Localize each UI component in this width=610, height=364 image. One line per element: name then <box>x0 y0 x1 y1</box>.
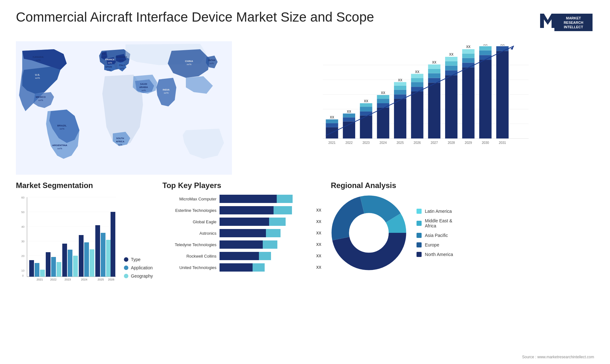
regional-analysis-section: Regional Analysis <box>331 181 594 302</box>
svg-text:XX: XX <box>500 44 505 46</box>
bar-dark <box>220 206 274 214</box>
svg-rect-87 <box>445 75 458 138</box>
bar-light <box>266 229 281 237</box>
application-label: Application <box>131 265 153 270</box>
latin-america-label: Latin America <box>425 209 452 214</box>
geography-label: Geography <box>131 273 153 279</box>
svg-rect-80 <box>428 83 440 138</box>
bar-light <box>259 252 271 260</box>
player-row: Global Eagle XX <box>162 218 321 226</box>
player-row: Rockwell Collins XX <box>162 252 321 260</box>
player-name: United Technologies <box>162 265 216 270</box>
player-value: XX <box>316 231 321 235</box>
north-america-color <box>417 252 422 257</box>
svg-text:SAUDI: SAUDI <box>140 83 147 85</box>
seg-chart-area: 60 50 40 30 20 10 0 <box>16 195 153 285</box>
svg-rect-140 <box>79 235 84 277</box>
svg-rect-51 <box>343 113 355 117</box>
company-logo: MARKET RESEARCH INTELLECT <box>537 10 594 34</box>
world-map-container: CANADA xx% U.S. xx% MEXICO xx% BRAZIL xx… <box>16 41 232 175</box>
svg-text:U.S.: U.S. <box>35 73 40 76</box>
svg-rect-60 <box>377 108 389 138</box>
svg-text:20: 20 <box>21 254 24 258</box>
svg-rect-50 <box>343 117 355 121</box>
player-name: MicroMax Computer <box>162 197 216 201</box>
bar-chart-svg: XX 2021 XX 2022 XX 2023 <box>264 44 588 162</box>
svg-text:2021: 2021 <box>37 278 43 281</box>
svg-text:2023: 2023 <box>363 141 370 145</box>
legend-middle-east: Middle East &Africa <box>417 218 453 228</box>
player-bar <box>220 252 271 260</box>
player-bar <box>220 195 293 203</box>
svg-text:XX: XX <box>398 78 403 82</box>
svg-text:2031: 2031 <box>499 141 506 145</box>
svg-rect-134 <box>57 262 61 277</box>
svg-text:xx%: xx% <box>102 56 106 58</box>
svg-text:xx%: xx% <box>164 91 168 94</box>
asia-pacific-color <box>417 233 422 238</box>
svg-rect-84 <box>428 64 440 69</box>
svg-rect-130 <box>40 270 45 277</box>
svg-rect-97 <box>462 54 475 58</box>
svg-rect-128 <box>29 260 34 277</box>
svg-text:INTELLECT: INTELLECT <box>564 25 583 29</box>
svg-rect-96 <box>462 58 475 63</box>
svg-text:SOUTH: SOUTH <box>116 137 124 139</box>
svg-text:xx%: xx% <box>118 144 122 146</box>
type-dot <box>124 257 128 262</box>
bar-dark <box>220 263 253 272</box>
svg-text:2023: 2023 <box>64 278 71 281</box>
svg-text:XX: XX <box>432 61 437 64</box>
svg-text:2028: 2028 <box>448 141 455 145</box>
bar-chart-container: XX 2021 XX 2022 XX 2023 <box>238 41 594 175</box>
player-name: Astronics <box>162 231 216 236</box>
svg-text:2030: 2030 <box>482 141 489 145</box>
type-label: Type <box>131 257 140 262</box>
svg-point-155 <box>350 214 388 252</box>
svg-text:XX: XX <box>466 45 471 49</box>
key-players-section: Top Key Players MicroMax Computer Esterl… <box>162 181 321 302</box>
svg-rect-145 <box>101 233 105 277</box>
bar-light <box>269 218 286 226</box>
svg-rect-141 <box>84 242 89 277</box>
svg-rect-98 <box>462 49 475 54</box>
svg-text:XX: XX <box>415 70 419 74</box>
svg-text:xx%: xx% <box>35 77 40 79</box>
logo-container: MARKET RESEARCH INTELLECT <box>537 10 594 35</box>
legend-application: Application <box>124 265 153 270</box>
legend-asia-pacific: Asia Pacific <box>417 233 453 238</box>
svg-rect-56 <box>360 107 372 111</box>
svg-text:2022: 2022 <box>50 278 57 281</box>
world-map-svg: CANADA xx% U.S. xx% MEXICO xx% BRAZIL xx… <box>16 41 232 175</box>
player-bar-wrapper <box>220 218 310 226</box>
svg-rect-70 <box>394 82 406 85</box>
svg-text:xx%: xx% <box>119 59 123 61</box>
svg-rect-144 <box>95 225 100 277</box>
svg-text:2027: 2027 <box>431 141 438 145</box>
svg-text:0: 0 <box>22 274 24 277</box>
donut-container: Latin America Middle East &Africa Asia P… <box>331 195 594 271</box>
svg-text:ARGENTINA: ARGENTINA <box>52 144 67 147</box>
player-bar <box>220 206 292 214</box>
svg-text:MARKET: MARKET <box>566 16 581 20</box>
svg-text:GERMANY: GERMANY <box>116 56 127 58</box>
bar-dark <box>220 218 269 226</box>
svg-text:U.K.: U.K. <box>102 53 106 55</box>
player-row: United Technologies XX <box>162 263 321 272</box>
svg-text:FRANCE: FRANCE <box>105 58 114 61</box>
player-name: Global Eagle <box>162 219 216 224</box>
svg-text:xx%: xx% <box>106 69 111 71</box>
svg-rect-132 <box>46 252 51 277</box>
svg-rect-77 <box>411 74 424 78</box>
legend-latin-america: Latin America <box>417 209 453 214</box>
svg-rect-69 <box>394 86 406 90</box>
svg-rect-94 <box>462 67 475 138</box>
svg-text:2026: 2026 <box>108 278 114 281</box>
legend-type: Type <box>124 257 153 262</box>
player-bar-wrapper <box>220 240 310 249</box>
svg-rect-83 <box>428 69 440 73</box>
svg-text:xx%: xx% <box>209 62 214 64</box>
svg-text:2022: 2022 <box>345 141 353 145</box>
top-content: CANADA xx% U.S. xx% MEXICO xx% BRAZIL xx… <box>16 41 594 175</box>
svg-rect-73 <box>411 91 424 138</box>
